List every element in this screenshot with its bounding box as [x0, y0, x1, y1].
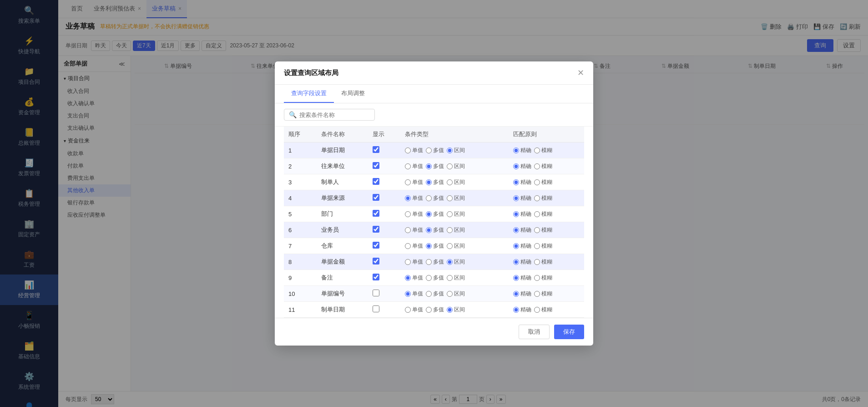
radio-input-cond-5-单值[interactable] — [405, 211, 411, 217]
checkbox-show-9[interactable] — [373, 274, 379, 280]
cancel-button[interactable]: 取消 — [519, 325, 550, 339]
radio-input-cond-10-区间[interactable] — [447, 291, 453, 297]
radio-match-4-精确[interactable]: 精确 — [513, 194, 531, 202]
radio-input-match-5-精确[interactable] — [513, 211, 519, 217]
modal-search-input[interactable] — [299, 112, 370, 118]
row-show[interactable] — [368, 270, 401, 286]
radio-input-match-4-精确[interactable] — [513, 195, 519, 201]
checkbox-show-5[interactable] — [373, 210, 379, 217]
radio-input-match-6-模糊[interactable] — [534, 227, 540, 233]
radio-match-10-模糊[interactable]: 模糊 — [534, 290, 552, 298]
radio-input-cond-4-区间[interactable] — [447, 195, 453, 201]
save-button[interactable]: 保存 — [554, 325, 584, 339]
checkbox-show-2[interactable] — [373, 162, 379, 169]
radio-cond-3-多值[interactable]: 多值 — [426, 178, 444, 186]
modal-tab-fields[interactable]: 查询字段设置 — [284, 85, 334, 103]
radio-input-cond-5-多值[interactable] — [426, 211, 432, 217]
row-match[interactable]: 精确模糊 — [509, 302, 584, 318]
radio-input-cond-3-多值[interactable] — [426, 179, 432, 185]
radio-match-9-精确[interactable]: 精确 — [513, 274, 531, 282]
checkbox-show-3[interactable] — [373, 178, 379, 185]
radio-input-match-1-模糊[interactable] — [534, 148, 540, 153]
radio-cond-5-单值[interactable]: 单值 — [405, 210, 423, 218]
checkbox-show-1[interactable] — [373, 146, 379, 153]
radio-cond-11-区间[interactable]: 区间 — [447, 306, 465, 314]
radio-cond-2-单值[interactable]: 单值 — [405, 163, 423, 170]
row-match[interactable]: 精确模糊 — [509, 142, 584, 158]
row-cond-type[interactable]: 单值多值区间 — [400, 206, 509, 222]
row-match[interactable]: 精确模糊 — [509, 190, 584, 206]
row-show[interactable] — [368, 238, 401, 254]
radio-cond-9-多值[interactable]: 多值 — [426, 274, 444, 282]
radio-input-match-4-模糊[interactable] — [534, 195, 540, 201]
radio-input-match-1-精确[interactable] — [513, 148, 519, 153]
radio-match-5-模糊[interactable]: 模糊 — [534, 210, 552, 218]
row-cond-type[interactable]: 单值多值区间 — [400, 190, 509, 206]
row-show[interactable] — [368, 222, 401, 238]
radio-input-cond-7-多值[interactable] — [426, 243, 432, 249]
radio-input-cond-8-多值[interactable] — [426, 259, 432, 265]
row-show[interactable] — [368, 206, 401, 222]
radio-cond-10-单值[interactable]: 单值 — [405, 290, 423, 298]
radio-match-2-精确[interactable]: 精确 — [513, 163, 531, 170]
radio-match-9-模糊[interactable]: 模糊 — [534, 274, 552, 282]
row-show[interactable] — [368, 190, 401, 206]
radio-cond-3-单值[interactable]: 单值 — [405, 178, 423, 186]
radio-cond-4-多值[interactable]: 多值 — [426, 194, 444, 202]
row-match[interactable]: 精确模糊 — [509, 206, 584, 222]
radio-cond-2-多值[interactable]: 多值 — [426, 163, 444, 170]
radio-input-cond-9-单值[interactable] — [405, 275, 411, 281]
radio-match-4-模糊[interactable]: 模糊 — [534, 194, 552, 202]
radio-input-match-2-精确[interactable] — [513, 163, 519, 169]
radio-input-cond-11-多值[interactable] — [426, 307, 432, 313]
checkbox-show-8[interactable] — [373, 258, 379, 265]
radio-cond-6-单值[interactable]: 单值 — [405, 226, 423, 234]
row-match[interactable]: 精确模糊 — [509, 174, 584, 190]
radio-input-cond-7-区间[interactable] — [447, 243, 453, 249]
radio-cond-9-区间[interactable]: 区间 — [447, 274, 465, 282]
radio-input-cond-2-多值[interactable] — [426, 163, 432, 169]
radio-input-match-9-模糊[interactable] — [534, 275, 540, 281]
radio-input-cond-2-区间[interactable] — [447, 163, 453, 169]
radio-input-match-6-精确[interactable] — [513, 227, 519, 233]
radio-cond-8-单值[interactable]: 单值 — [405, 258, 423, 266]
radio-match-7-模糊[interactable]: 模糊 — [534, 242, 552, 250]
row-match[interactable]: 精确模糊 — [509, 222, 584, 238]
radio-cond-5-多值[interactable]: 多值 — [426, 210, 444, 218]
radio-input-cond-1-区间[interactable] — [447, 148, 453, 153]
radio-match-1-模糊[interactable]: 模糊 — [534, 147, 552, 154]
radio-match-3-模糊[interactable]: 模糊 — [534, 178, 552, 186]
radio-cond-7-区间[interactable]: 区间 — [447, 242, 465, 250]
radio-cond-6-区间[interactable]: 区间 — [447, 226, 465, 234]
radio-input-cond-2-单值[interactable] — [405, 163, 411, 169]
radio-match-8-模糊[interactable]: 模糊 — [534, 258, 552, 266]
radio-input-match-2-模糊[interactable] — [534, 163, 540, 169]
radio-match-2-模糊[interactable]: 模糊 — [534, 163, 552, 170]
radio-match-8-精确[interactable]: 精确 — [513, 258, 531, 266]
radio-cond-1-区间[interactable]: 区间 — [447, 147, 465, 154]
checkbox-show-7[interactable] — [373, 242, 379, 249]
checkbox-show-11[interactable] — [373, 305, 379, 312]
radio-match-5-精确[interactable]: 精确 — [513, 210, 531, 218]
radio-input-cond-11-区间[interactable] — [447, 307, 453, 313]
row-match[interactable]: 精确模糊 — [509, 238, 584, 254]
radio-cond-4-区间[interactable]: 区间 — [447, 194, 465, 202]
row-cond-type[interactable]: 单值多值区间 — [400, 238, 509, 254]
radio-cond-2-区间[interactable]: 区间 — [447, 163, 465, 170]
radio-input-cond-10-单值[interactable] — [405, 291, 411, 297]
radio-input-cond-4-多值[interactable] — [426, 195, 432, 201]
radio-input-match-11-精确[interactable] — [513, 307, 519, 313]
row-match[interactable]: 精确模糊 — [509, 286, 584, 302]
row-cond-type[interactable]: 单值多值区间 — [400, 270, 509, 286]
radio-input-match-9-精确[interactable] — [513, 275, 519, 281]
radio-cond-10-多值[interactable]: 多值 — [426, 290, 444, 298]
row-show[interactable] — [368, 158, 401, 174]
row-match[interactable]: 精确模糊 — [509, 254, 584, 270]
modal-tab-layout[interactable]: 布局调整 — [334, 85, 372, 103]
radio-cond-6-多值[interactable]: 多值 — [426, 226, 444, 234]
radio-input-cond-8-单值[interactable] — [405, 259, 411, 265]
radio-cond-9-单值[interactable]: 单值 — [405, 274, 423, 282]
row-match[interactable]: 精确模糊 — [509, 158, 584, 174]
row-cond-type[interactable]: 单值多值区间 — [400, 142, 509, 158]
row-show[interactable] — [368, 254, 401, 270]
